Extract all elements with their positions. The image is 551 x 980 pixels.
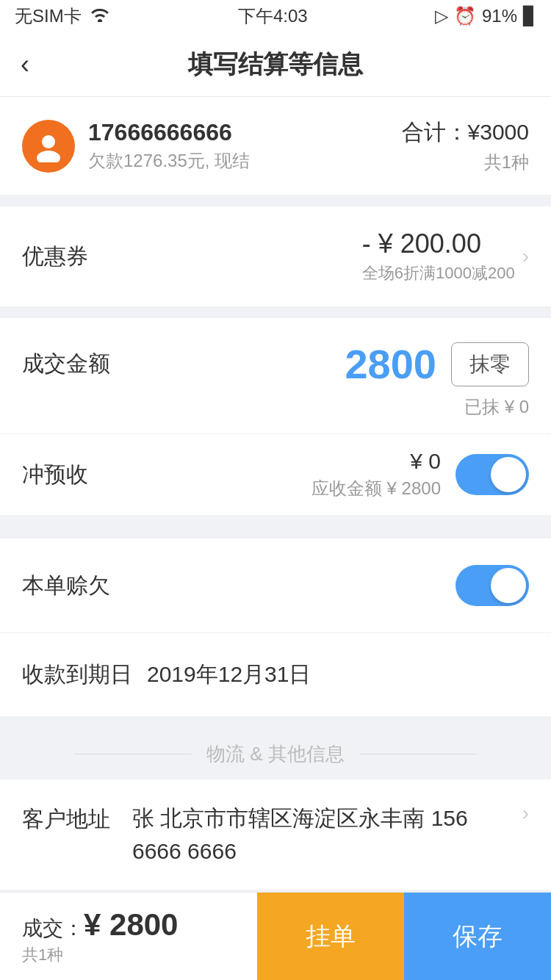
logistics-text: 物流 & 其他信息 <box>192 741 359 767</box>
bottom-count: 共1种 <box>22 944 235 966</box>
status-right: ▷ ⏰ 91% ▊ <box>435 6 536 26</box>
customer-sub-info: 欠款1276.35元, 现结 <box>88 149 250 173</box>
precollect-label: 冲预收 <box>22 460 88 490</box>
content-area: 17666666666 欠款1276.35元, 现结 合计：¥3000 共1种 … <box>0 97 551 980</box>
precollect-row: 冲预收 ¥ 0 应收金额 ¥ 2800 <box>0 433 551 515</box>
page-title: 填写结算等信息 <box>188 48 363 82</box>
coupon-desc: 全场6折满1000减200 <box>362 262 515 284</box>
alarm-icon: ⏰ <box>454 6 476 26</box>
precollect-amount: ¥ 0 <box>311 449 441 474</box>
arrears-toggle[interactable] <box>455 565 529 606</box>
svg-point-1 <box>37 151 60 162</box>
bottom-summary: 成交：¥ 2800 共1种 <box>0 907 257 966</box>
duedate-row: 收款到期日 2019年12月31日 <box>0 633 551 716</box>
status-left: 无SIM卡 <box>15 4 111 28</box>
precollect-amount-block: ¥ 0 应收金额 ¥ 2800 <box>311 449 441 500</box>
precollect-toggle[interactable] <box>455 454 529 495</box>
time-label: 下午4:03 <box>238 4 308 28</box>
customer-phone: 17666666666 <box>88 119 250 146</box>
coupon-label: 优惠券 <box>22 242 88 272</box>
back-button[interactable]: ‹ <box>21 49 29 80</box>
duedate-label: 收款到期日 <box>22 660 132 690</box>
total-amount: 合计：¥3000 <box>402 118 529 148</box>
location-icon: ▷ <box>435 6 448 26</box>
address-label: 客户地址 <box>22 804 110 835</box>
logistics-line-left <box>74 754 192 754</box>
round-button[interactable]: 抹零 <box>451 342 529 386</box>
deal-amount-label: 成交金额 <box>22 349 110 379</box>
precollect-right: ¥ 0 应收金额 ¥ 2800 <box>311 449 529 500</box>
address-chevron-icon: › <box>522 801 529 825</box>
deal-sub-info: 已抹 ¥ 0 <box>0 395 551 433</box>
bottom-deal-label: 成交： <box>22 917 84 940</box>
svg-point-0 <box>42 135 55 148</box>
hold-button[interactable]: 挂单 <box>257 893 404 981</box>
bottom-deal-amount: ¥ 2800 <box>84 907 178 942</box>
precollect-sub: 应收金额 ¥ 2800 <box>311 477 441 500</box>
total-count: 共1种 <box>402 151 529 174</box>
nav-bar: ‹ 填写结算等信息 <box>0 32 551 97</box>
save-button[interactable]: 保存 <box>404 893 551 981</box>
arrears-row: 本单赊欠 <box>0 538 551 633</box>
deal-amount-value: 2800 <box>345 340 436 388</box>
deal-amount-row: 成交金额 2800 抹零 <box>0 318 551 395</box>
logistics-line-right <box>359 754 477 754</box>
deal-section: 成交金额 2800 抹零 已抹 ¥ 0 冲预收 ¥ 0 应收金额 ¥ 2800 <box>0 318 551 515</box>
duedate-value: 2019年12月31日 <box>147 660 311 690</box>
avatar <box>22 120 75 173</box>
coupon-discount: - ¥ 200.00 <box>362 228 515 259</box>
coupon-row[interactable]: 优惠券 - ¥ 200.00 全场6折满1000减200 › <box>0 206 551 306</box>
battery-label: 91% <box>482 6 517 26</box>
arrears-label: 本单赊欠 <box>22 571 110 601</box>
bottom-bar: 成交：¥ 2800 共1种 挂单 保存 <box>0 892 551 980</box>
arrears-toggle-knob <box>491 568 526 603</box>
section-divider-2 <box>0 515 551 527</box>
bottom-deal-row: 成交：¥ 2800 <box>22 907 235 943</box>
customer-card: 17666666666 欠款1276.35元, 现结 合计：¥3000 共1种 <box>0 97 551 195</box>
wifi-icon <box>89 6 111 26</box>
deal-right: 2800 抹零 <box>345 340 529 388</box>
address-row[interactable]: 客户地址 张 北京市市辖区海淀区永丰南 156 6666 6666 › <box>0 779 551 890</box>
section-divider-1 <box>0 306 551 318</box>
battery-icon: ▊ <box>523 6 536 26</box>
chevron-right-icon: › <box>522 245 529 268</box>
carrier-label: 无SIM卡 <box>15 4 82 28</box>
address-content: 张 北京市市辖区海淀区永丰南 156 6666 6666 <box>132 801 515 868</box>
address-value: 张 北京市市辖区海淀区永丰南 156 6666 6666 <box>132 806 468 863</box>
status-bar: 无SIM卡 下午4:03 ▷ ⏰ 91% ▊ <box>0 0 551 32</box>
customer-right: 合计：¥3000 共1种 <box>402 118 529 174</box>
coupon-right: - ¥ 200.00 全场6折满1000减200 › <box>362 228 529 284</box>
toggle-knob <box>491 457 526 492</box>
customer-info: 17666666666 欠款1276.35元, 现结 <box>88 119 250 173</box>
logistics-divider: 物流 & 其他信息 <box>0 728 551 779</box>
customer-left: 17666666666 欠款1276.35元, 现结 <box>22 119 250 173</box>
